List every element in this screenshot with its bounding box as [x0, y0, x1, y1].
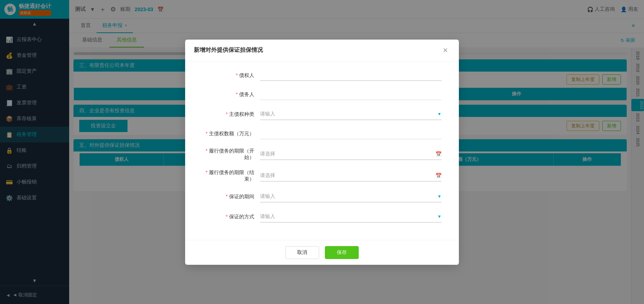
- form-row-claim-amount: * 主债权数额（万元）: [202, 129, 442, 139]
- chevron-down-icon: ▼: [437, 112, 442, 117]
- claim-amount-input[interactable]: [260, 129, 442, 139]
- creditor-label: * 债权人: [202, 72, 260, 79]
- calendar-start-icon: 📅: [435, 151, 442, 157]
- period-end-placeholder: 请选择: [260, 172, 275, 179]
- form-row-debtor: * 债务人: [202, 90, 442, 100]
- debtor-input[interactable]: [260, 90, 442, 100]
- dialog-header: 新增对外提供保证担保情况 ✕: [185, 40, 459, 62]
- claim-type-label: * 主债权种类: [202, 111, 260, 118]
- save-button[interactable]: 保存: [325, 246, 359, 259]
- dialog-title: 新增对外提供保证担保情况: [194, 46, 263, 54]
- guarantee-method-label: * 保证的方式: [202, 214, 260, 220]
- creditor-input[interactable]: [260, 70, 442, 81]
- form-row-guarantee-period: * 保证的期间 请输入 ▼: [202, 191, 442, 203]
- chevron-down-icon-3: ▼: [437, 214, 442, 219]
- period-start-label: * 履行债务的期限（开始）: [202, 148, 260, 161]
- dialog-body: * 债权人 * 债务人 *: [185, 62, 459, 240]
- form-row-claim-type: * 主债权种类 请输入 ▼: [202, 109, 442, 120]
- period-end-label: * 履行债务的期限（结束）: [202, 169, 260, 182]
- guarantee-method-placeholder: 请输入: [260, 213, 275, 220]
- form-row-creditor: * 债权人: [202, 70, 442, 81]
- dialog-overlay: 新增对外提供保证担保情况 ✕ * 债权人 * 债务人: [0, 0, 644, 304]
- calendar-end-icon: 📅: [435, 173, 442, 178]
- claim-type-select[interactable]: 请输入 ▼: [260, 109, 442, 120]
- guarantee-method-select[interactable]: 请输入 ▼: [260, 211, 442, 222]
- guarantee-period-select[interactable]: 请输入 ▼: [260, 191, 442, 202]
- period-start-placeholder: 请选择: [260, 151, 275, 157]
- dialog: 新增对外提供保证担保情况 ✕ * 债权人 * 债务人: [185, 40, 459, 265]
- form-row-guarantee-method: * 保证的方式 请输入 ▼: [202, 211, 442, 223]
- period-end-picker[interactable]: 请选择 📅: [260, 170, 442, 181]
- guarantee-period-label: * 保证的期间: [202, 194, 260, 200]
- form-row-period-end: * 履行债务的期限（结束） 请选择 📅: [202, 169, 442, 182]
- form-row-period-start: * 履行债务的期限（开始） 请选择 📅: [202, 148, 442, 161]
- period-start-picker[interactable]: 请选择 📅: [260, 149, 442, 160]
- dialog-footer: 取消 保存: [185, 240, 459, 265]
- debtor-label: * 债务人: [202, 91, 260, 98]
- cancel-button[interactable]: 取消: [285, 246, 319, 259]
- claim-amount-label: * 主债权数额（万元）: [202, 131, 260, 137]
- claim-type-placeholder: 请输入: [260, 111, 275, 117]
- dialog-close-button[interactable]: ✕: [440, 45, 450, 55]
- guarantee-period-placeholder: 请输入: [260, 193, 275, 200]
- chevron-down-icon-2: ▼: [437, 194, 442, 199]
